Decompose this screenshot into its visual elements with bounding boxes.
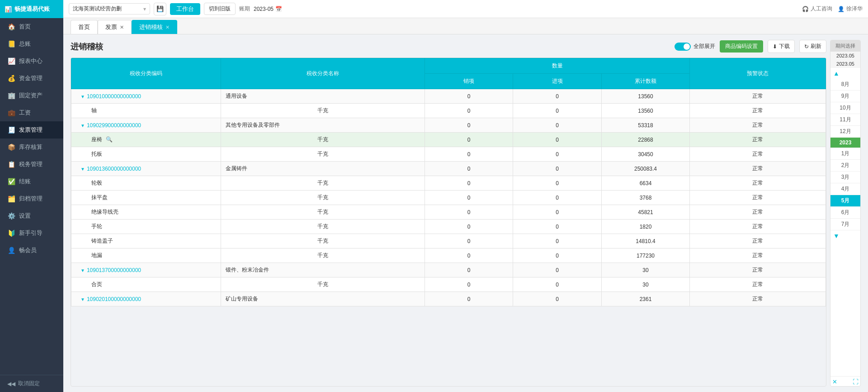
period-panel-expand-btn[interactable]: ⛶ [853,378,859,385]
code-value: 109010000000000000 [87,93,141,100]
cell-sales: 0 [425,263,513,277]
period-header[interactable]: 期间选择 [830,40,860,52]
period-month-6[interactable]: 6月 [830,207,860,219]
tab-reconcile[interactable]: 进销稽核 ✕ [132,20,177,34]
capital-icon: 💰 [7,75,15,82]
period-year-2023-top2: 2023.05 [830,60,860,68]
cell-status: 正常 [690,292,826,306]
table-row: ▼109029900000000000其他专用设备及零部件0053318正常 [71,118,826,133]
cell-name: 矿山专用设备 [221,292,425,306]
period-list: 2023.05 2023.05 ▲ 8月 9月 10月 11月 12月 2023… [830,52,860,376]
download-btn[interactable]: ⬇ 下载 [768,40,795,53]
group-collapse-icon[interactable]: ▼ [80,167,85,172]
tab-invoice[interactable]: 发票 ✕ [98,20,132,34]
sidebar: 📊 畅捷通易代账 🏠 首页 📒 总账 📈 报表中心 💰 资金管理 🏢 固定资产 … [0,0,63,392]
cell-status: 正常 [690,249,826,263]
user-profile[interactable]: 👤 徐泽华 [838,5,863,13]
cell-code: 铸造盖子 [71,234,221,249]
cell-name: 其他专用设备及零部件 [221,118,425,133]
tab-invoice-close[interactable]: ✕ [120,24,124,30]
main-area: 沈海英测试经营勿删 ▾ 💾 工作台 切到旧版 账期 2023-05 📅 🎧 人工… [63,0,868,392]
period-month-12[interactable]: 12月 [830,126,860,138]
item-name: 轴 [91,107,97,114]
product-code-btn[interactable]: 商品编码设置 [720,40,763,53]
cell-code: 手轮 [71,220,221,234]
table-row: ▼109020100000000000矿山专用设备002361正常 [71,292,826,306]
period-month-1[interactable]: 1月 [830,148,860,160]
item-name: 手轮 [91,223,102,229]
period-panel-close-btn[interactable]: ✕ [832,378,837,385]
sidebar-item-capital[interactable]: 💰 资金管理 [0,70,63,87]
sidebar-item-assets[interactable]: 🏢 固定资产 [0,87,63,104]
tab-home-label: 首页 [78,23,90,31]
username: 徐泽华 [846,5,863,13]
member-icon: 👤 [7,247,15,254]
sidebar-item-settings[interactable]: ⚙️ 设置 [0,207,63,225]
period-month-11[interactable]: 11月 [830,114,860,126]
expand-toggle[interactable]: 全部展开 [675,43,715,51]
cell-name: 通用设备 [221,89,425,104]
period-month-10[interactable]: 10月 [830,102,860,114]
sidebar-item-label: 首页 [19,23,31,31]
save-icon: 💾 [156,5,164,12]
sidebar-item-label: 库存核算 [19,143,42,151]
cell-total: 13560 [601,89,689,104]
sidebar-item-ledger[interactable]: 📒 总账 [0,35,63,53]
cell-status: 正常 [690,205,826,220]
period-month-4[interactable]: 4月 [830,183,860,195]
company-selector[interactable]: 沈海英测试经营勿删 ▾ [69,3,150,14]
cell-name: 千克 [221,277,425,292]
sidebar-item-home[interactable]: 🏠 首页 [0,18,63,35]
sidebar-item-invoice[interactable]: 🧾 发票管理 [0,121,63,139]
period-month-2[interactable]: 2月 [830,160,860,172]
tabbar: 首页 发票 ✕ 进销稽核 ✕ [63,18,868,34]
period-month-7[interactable]: 7月 [830,219,860,230]
refresh-label: 刷新 [811,43,821,50]
tab-reconcile-close[interactable]: ✕ [165,24,170,30]
sidebar-item-label: 归档管理 [19,195,42,203]
switch-version-button[interactable]: 切到旧版 [204,3,236,15]
sidebar-item-guide[interactable]: 🔰 新手引导 [0,225,63,242]
group-collapse-icon[interactable]: ▼ [80,268,85,273]
sidebar-item-member[interactable]: 👤 畅会员 [0,242,63,259]
period-month-3[interactable]: 3月 [830,172,860,183]
app-logo: 📊 畅捷通易代账 [0,0,63,18]
sidebar-item-tax[interactable]: 📋 税务管理 [0,156,63,173]
refresh-icon: ↻ [804,43,809,50]
workbench-button[interactable]: 工作台 [170,3,200,15]
invoice-icon: 🧾 [7,126,15,134]
cell-name: 千克 [221,176,425,191]
cell-sales: 0 [425,162,513,176]
table-header-row: 税收分类编码 税收分类名称 数量 预警状态 [71,58,826,74]
search-row-icon[interactable]: 🔍 [106,136,113,143]
sidebar-item-salary[interactable]: 💼 工资 [0,104,63,121]
period-month-8[interactable]: 8月 [830,79,860,91]
calendar-icon[interactable]: 📅 [275,6,282,12]
save-button[interactable]: 💾 [154,3,166,15]
company-name: 沈海英测试经营勿删 [73,5,122,13]
period-month-9[interactable]: 9月 [830,91,860,102]
th-tax-code: 税收分类编码 [71,58,221,89]
sidebar-item-label: 报表中心 [19,57,42,65]
sidebar-item-settle[interactable]: ✅ 结账 [0,173,63,190]
period-down-btn[interactable]: ▼ [833,232,840,239]
cell-purchase: 0 [513,147,601,162]
period-month-5[interactable]: 5月 [830,195,860,207]
sidebar-item-archive[interactable]: 🗂️ 归档管理 [0,190,63,207]
pin-label: 取消固定 [18,380,40,387]
tab-home[interactable]: 首页 [71,20,98,34]
inventory-icon: 📦 [7,143,15,151]
sidebar-pin-toggle[interactable]: ◀◀ 取消固定 [0,375,63,392]
cell-sales: 0 [425,133,513,147]
group-collapse-icon[interactable]: ▼ [80,297,85,302]
refresh-btn[interactable]: ↻ 刷新 [799,40,826,53]
service-btn[interactable]: 🎧 人工咨询 [802,5,832,13]
cell-sales: 0 [425,234,513,249]
period-up-btn[interactable]: ▲ [833,70,840,77]
group-collapse-icon[interactable]: ▼ [80,123,85,128]
group-collapse-icon[interactable]: ▼ [80,94,85,99]
sidebar-item-inventory[interactable]: 📦 库存核算 [0,139,63,156]
sidebar-item-report[interactable]: 📈 报表中心 [0,53,63,70]
sidebar-nav: 🏠 首页 📒 总账 📈 报表中心 💰 资金管理 🏢 固定资产 💼 工资 🧾 发票… [0,18,63,375]
toggle-switch[interactable] [675,43,691,51]
